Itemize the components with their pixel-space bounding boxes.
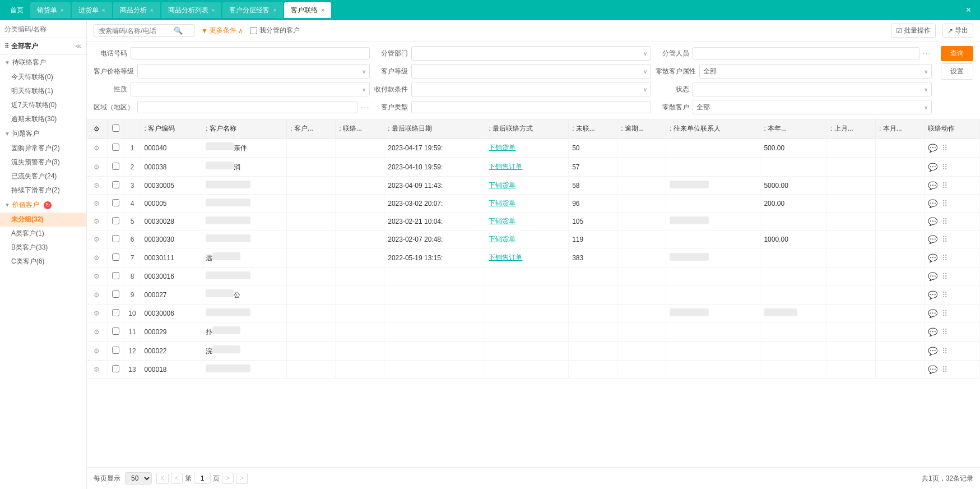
next-page-btn[interactable]: > <box>222 473 234 484</box>
tab-analysis-list[interactable]: 商品分析列表 × <box>161 2 222 18</box>
checkbox-cell[interactable] <box>107 342 124 361</box>
tab-customer-contact[interactable]: 客户联络 × <box>284 2 331 18</box>
this-year-col-header[interactable]: : 本年... <box>760 119 826 139</box>
sidebar-group-pending[interactable]: ▼ 待联络客户 <box>0 55 86 70</box>
gear-cell[interactable]: ⚙ <box>87 213 107 230</box>
code-col-header[interactable]: : 客户编码 <box>141 119 202 139</box>
customer-type-input[interactable] <box>411 101 651 113</box>
grid-action-icon[interactable]: ⠿ <box>942 327 948 336</box>
message-icon[interactable]: 💬 <box>928 309 937 318</box>
grid-action-icon[interactable]: ⠿ <box>942 144 948 153</box>
sidebar-item-ungroup[interactable]: 未分组(32) <box>0 213 86 227</box>
row-checkbox[interactable] <box>112 199 119 206</box>
search-input[interactable] <box>99 27 171 35</box>
close-analysis-tab[interactable]: × <box>150 7 154 13</box>
tab-analysis[interactable]: 商品分析 × <box>113 2 160 18</box>
grid-action-icon[interactable]: ⠿ <box>942 199 948 208</box>
message-icon[interactable]: 💬 <box>928 327 937 336</box>
export-btn[interactable]: ↗ 导出 <box>942 24 973 38</box>
message-icon[interactable]: 💬 <box>928 347 937 356</box>
message-icon[interactable]: 💬 <box>928 217 937 226</box>
grid-action-icon[interactable]: ⠿ <box>942 365 948 374</box>
sidebar-item-7day-pending[interactable]: 近7天待联络(0) <box>0 98 86 112</box>
row-checkbox[interactable] <box>112 272 119 279</box>
sidebar-group-problem[interactable]: ▼ 问题客户 <box>0 126 86 141</box>
settings-icon[interactable]: ⚙ <box>94 310 100 317</box>
checkbox-cell[interactable] <box>107 285 124 305</box>
settings-icon[interactable]: ⚙ <box>94 200 100 207</box>
message-icon[interactable]: 💬 <box>928 235 937 244</box>
last-date-col-header[interactable]: : 最后联络日期 <box>384 119 485 139</box>
region-dots-btn[interactable]: ··· <box>361 103 370 111</box>
dept-select[interactable]: ∨ <box>411 46 651 61</box>
message-icon[interactable]: 💬 <box>928 163 937 172</box>
no-contact-col-header[interactable]: : 未联... <box>569 119 617 139</box>
retail-select[interactable]: 全部 ∨ <box>693 100 932 114</box>
settings-icon[interactable]: ⚙ <box>94 328 100 336</box>
checkbox-cell[interactable] <box>107 213 124 230</box>
method-link[interactable]: 下销货单 <box>489 181 515 189</box>
message-icon[interactable]: 💬 <box>928 199 937 208</box>
gear-cell[interactable]: ⚙ <box>87 267 107 285</box>
row-checkbox[interactable] <box>112 144 119 151</box>
gear-cell[interactable]: ⚙ <box>87 342 107 361</box>
method-link[interactable]: 下销售订单 <box>489 163 522 170</box>
settings-icon[interactable]: ⚙ <box>94 182 100 190</box>
tab-customer-segment[interactable]: 客户分层经客 × <box>222 2 283 18</box>
settings-icon[interactable]: ⚙ <box>94 347 100 355</box>
batch-ops-btn[interactable]: ☑ 批量操作 <box>891 24 936 38</box>
sidebar-search-input[interactable] <box>4 25 87 33</box>
select-all-checkbox[interactable] <box>112 124 119 132</box>
more-conditions-btn[interactable]: ▼ 更多条件 ∧ <box>201 26 243 35</box>
grid-action-icon[interactable]: ⠿ <box>942 235 948 244</box>
sidebar-item-churned[interactable]: 已流失客户(24) <box>0 169 86 183</box>
checkbox-cell[interactable] <box>107 158 124 177</box>
close-segment-tab[interactable]: × <box>273 7 276 13</box>
status-select[interactable]: ∨ <box>693 82 932 96</box>
grid-action-icon[interactable]: ⠿ <box>942 272 948 281</box>
row-checkbox[interactable] <box>112 290 119 298</box>
message-icon[interactable]: 💬 <box>928 253 937 262</box>
method-link[interactable]: 下销货单 <box>489 199 515 207</box>
settings-icon[interactable]: ⚙ <box>94 163 100 171</box>
page-number-input[interactable] <box>194 473 211 484</box>
settings-icon[interactable]: ⚙ <box>94 254 100 262</box>
settings-icon[interactable]: ⚙ <box>94 273 100 280</box>
grade-select[interactable]: ∨ <box>411 64 651 79</box>
checkbox-cell[interactable] <box>107 267 124 285</box>
close-sales-tab[interactable]: × <box>61 7 64 13</box>
row-checkbox[interactable] <box>112 365 119 372</box>
message-icon[interactable]: 💬 <box>928 272 937 281</box>
grid-action-icon[interactable]: ⠿ <box>942 181 948 190</box>
checkbox-cell[interactable] <box>107 177 124 195</box>
gear-cell[interactable]: ⚙ <box>87 361 107 379</box>
price-grade-select[interactable]: ∨ <box>137 64 370 79</box>
settings-icon[interactable]: ⚙ <box>94 291 100 299</box>
sidebar-item-tomorrow-pending[interactable]: 明天待联络(1) <box>0 84 86 98</box>
checkbox-cell[interactable] <box>107 248 124 267</box>
sidebar-item-today-pending[interactable]: 今天待联络(0) <box>0 70 86 84</box>
sidebar-item-class-a[interactable]: A类客户(1) <box>0 227 86 241</box>
phone-input[interactable] <box>131 47 370 59</box>
nature-select[interactable]: ∨ <box>131 82 370 96</box>
gear-cell[interactable]: ⚙ <box>87 230 107 248</box>
checkbox-cell[interactable] <box>107 361 124 379</box>
grid-action-icon[interactable]: ⠿ <box>942 309 948 318</box>
person-dots-btn[interactable]: ··· <box>923 49 932 57</box>
gear-cell[interactable]: ⚙ <box>87 195 107 213</box>
checkbox-cell[interactable] <box>107 230 124 248</box>
contact-col-header[interactable]: : 联络... <box>336 119 384 139</box>
grid-action-icon[interactable]: ⠿ <box>942 347 948 356</box>
settings-icon[interactable]: ⚙ <box>94 218 100 225</box>
sidebar-item-churn-warning[interactable]: 流失预警客户(3) <box>0 155 86 169</box>
method-link[interactable]: 下销货单 <box>489 235 515 243</box>
message-icon[interactable]: 💬 <box>928 144 937 153</box>
sidebar-item-overdue-contact[interactable]: 逾期未联络(30) <box>0 112 86 126</box>
gear-cell[interactable]: ⚙ <box>87 139 107 158</box>
row-checkbox[interactable] <box>112 309 119 316</box>
row-checkbox[interactable] <box>112 347 119 354</box>
checkbox-cell[interactable] <box>107 195 124 213</box>
checkbox-cell[interactable] <box>107 322 124 342</box>
query-btn[interactable]: 查询 <box>941 46 973 61</box>
first-page-btn[interactable]: K <box>156 473 169 484</box>
